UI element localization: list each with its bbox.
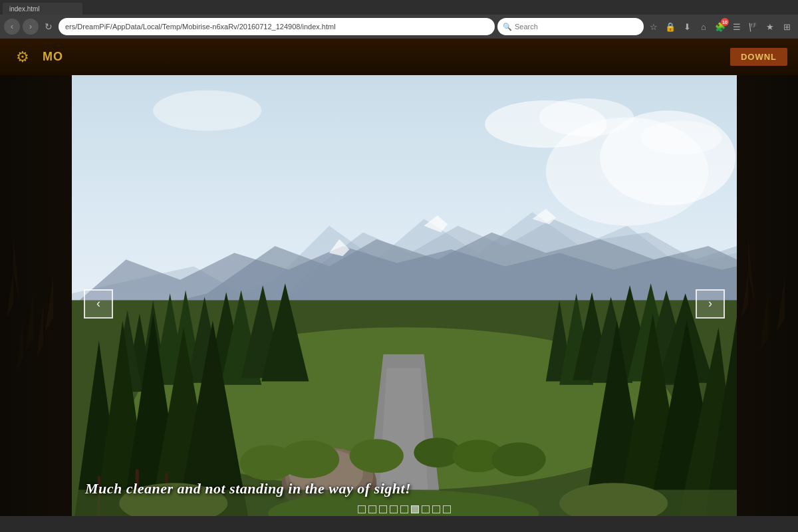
slider-dot-7[interactable] (432, 505, 440, 513)
reload-icon: ↻ (45, 21, 53, 32)
search-input[interactable] (515, 23, 638, 31)
slider-caption: Much cleaner and not standing in the way… (72, 480, 737, 497)
side-panel-right (735, 39, 798, 532)
back-button[interactable]: ‹ (4, 19, 20, 35)
slider-dot-6[interactable] (422, 505, 430, 513)
browser-toolbar: ‹ › ↻ ers/DreamPiF/AppData/Local/Temp/Mo… (0, 15, 798, 39)
slider-dot-5[interactable] (411, 505, 419, 513)
app-header-right: DOWNL (730, 48, 787, 66)
svg-rect-6 (735, 39, 798, 532)
app-area: ⚙ MO DOWNL (0, 39, 798, 532)
search-icon: 🔍 (503, 23, 512, 31)
bookmark-icon: ☆ (650, 22, 658, 32)
toolbar-icons: ☆ 🔒 ⬇ ⌂ 🧩 10 ☰ 🏴 ★ (646, 19, 794, 34)
caption-text: Much cleaner and not standing in the way… (85, 480, 411, 497)
reload-button[interactable]: ↻ (41, 19, 56, 34)
svg-point-59 (350, 439, 404, 473)
bookmark-button[interactable]: ☆ (646, 19, 661, 34)
browser-tabs: index.html (0, 0, 798, 15)
menu-button[interactable]: ☰ (730, 19, 744, 34)
browser-tab[interactable]: index.html (3, 3, 82, 15)
forward-icon: › (29, 22, 32, 31)
svg-point-74 (600, 110, 735, 205)
slider-prev-button[interactable]: ‹ (84, 289, 113, 319)
resize-button[interactable]: ⊞ (779, 19, 794, 34)
next-icon: › (708, 297, 712, 311)
lock-button[interactable]: 🔒 (663, 19, 678, 34)
gear-icon[interactable]: ⚙ (11, 45, 35, 69)
resize-icon: ⊞ (783, 22, 791, 32)
svg-point-63 (240, 445, 297, 480)
svg-rect-0 (0, 39, 73, 532)
browser-chrome: index.html ‹ › ↻ ers/DreamPiF/AppData/Lo… (0, 0, 798, 39)
lock-icon: 🔒 (665, 22, 676, 32)
slider-dots (358, 505, 451, 513)
address-bar[interactable]: ers/DreamPiF/AppData/Local/Temp/Mobirise… (59, 18, 495, 35)
app-header: ⚙ MO DOWNL (0, 39, 798, 75)
prev-icon: ‹ (96, 297, 100, 311)
tab-label: index.html (9, 5, 40, 13)
search-bar[interactable]: 🔍 (497, 18, 644, 35)
forward-button[interactable]: › (23, 19, 39, 35)
slider-container: ‹ › Much cleaner and not standing in the… (72, 75, 737, 532)
slider-dot-2[interactable] (379, 505, 387, 513)
slider-dot-4[interactable] (400, 505, 408, 513)
address-text: ers/DreamPiF/AppData/Local/Temp/Mobirise… (65, 23, 336, 31)
badge-count: 10 (721, 18, 729, 26)
slider-dot-8[interactable] (443, 505, 451, 513)
slider-dot-1[interactable] (368, 505, 376, 513)
app-title: MO (43, 50, 63, 64)
side-panel-left (0, 39, 73, 532)
download-app-button[interactable]: DOWNL (730, 48, 787, 66)
hamburger-icon: ☰ (733, 22, 741, 32)
home-icon: ⌂ (701, 22, 706, 32)
extensions-button[interactable]: 🧩 10 (713, 19, 728, 34)
back-icon: ‹ (11, 22, 13, 31)
slider-next-button[interactable]: › (696, 289, 725, 319)
extra-icon-1[interactable]: 🏴 (746, 19, 761, 34)
svg-point-64 (491, 442, 545, 476)
nature-scene (72, 75, 737, 532)
status-bar (0, 516, 798, 532)
extra-icon-2[interactable]: ★ (763, 19, 777, 34)
home-button[interactable]: ⌂ (696, 19, 711, 34)
download-button[interactable]: ⬇ (680, 19, 694, 34)
slider-dot-3[interactable] (390, 505, 398, 513)
flag-icon: 🏴 (748, 22, 759, 32)
download-icon: ⬇ (684, 22, 691, 32)
star-icon: ★ (766, 22, 774, 32)
slider-dot-0[interactable] (358, 505, 366, 513)
svg-point-71 (153, 90, 261, 131)
